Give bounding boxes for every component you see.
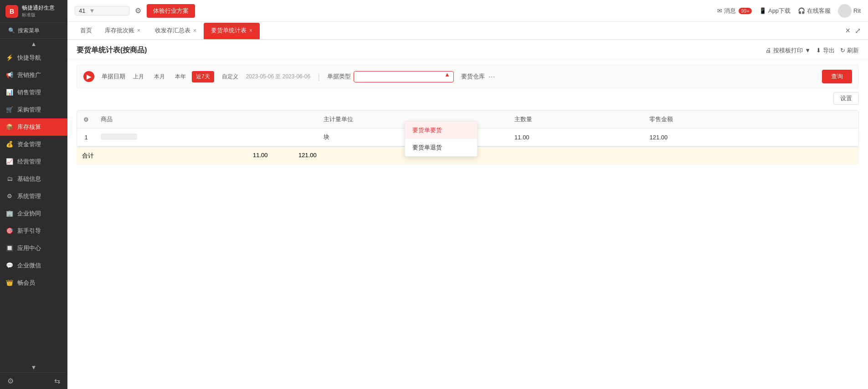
sidebar-item-guide[interactable]: 🎯 新手引导: [0, 222, 67, 240]
sidebar-scroll-down[interactable]: ▼: [0, 362, 67, 373]
tab-receive-summary[interactable]: 收发存汇总表 ×: [148, 23, 204, 39]
period-custom[interactable]: 自定义: [218, 71, 242, 82]
filter-period-buttons: 上月 本月 本年 近7天: [129, 71, 214, 82]
page-title: 要货单统计表(按商品): [77, 46, 147, 55]
sidebar-item-system[interactable]: ⚙ 系统管理: [0, 188, 67, 205]
sidebar-item-purchase[interactable]: 🛒 采购管理: [0, 101, 67, 118]
tab-close-icon[interactable]: ×: [249, 27, 252, 34]
purchase-icon: 🛒: [5, 106, 14, 114]
sidebar-item-label: 基础信息: [17, 175, 41, 183]
guide-icon: 🎯: [5, 227, 14, 235]
sidebar-settings-icon[interactable]: ⚙: [7, 377, 14, 385]
footer-label: 合计: [82, 152, 253, 160]
support-action[interactable]: 🎧 在线客服: [798, 7, 831, 15]
print-button[interactable]: 🖨 按模板打印 ▼: [765, 46, 811, 55]
col-header-settings[interactable]: ⚙: [77, 111, 95, 128]
operations-icon: 📈: [5, 158, 14, 166]
download-icon: 📱: [759, 7, 766, 14]
sidebar-item-label: 采购管理: [17, 106, 41, 114]
order-type-input-wrapper: ▲: [354, 71, 454, 82]
filter-bar: ▶ 单据日期 上月 本月 本年 近7天 自定义 2023-05-06 至 202…: [77, 65, 859, 88]
sidebar-item-label: 企业微信: [17, 261, 41, 270]
user-profile[interactable]: Rit: [838, 4, 861, 18]
cell-quantity: 11.00: [509, 128, 644, 146]
enterprise-icon: 🏢: [5, 210, 14, 218]
sidebar-item-appstore[interactable]: 🔲 应用中心: [0, 240, 67, 257]
filter-date-group: 单据日期 上月 本月 本年 近7天 自定义 2023-05-06 至 2023-…: [102, 71, 310, 82]
tab-inventory-batch[interactable]: 库存批次账 ×: [98, 23, 148, 39]
export-label: 导出: [823, 46, 835, 55]
sidebar-item-label: 资金管理: [17, 140, 41, 148]
selector-value: 41: [79, 7, 85, 14]
sidebar-item-marketing[interactable]: 📢 营销推广: [0, 67, 67, 84]
sidebar-search[interactable]: 🔍 搜索菜单: [0, 23, 67, 39]
tab-close-icon[interactable]: ×: [193, 27, 196, 34]
window-maximize-icon[interactable]: ⤢: [855, 26, 861, 35]
marketing-icon: 📢: [5, 71, 14, 79]
period-this-year[interactable]: 本年: [171, 71, 190, 82]
finance-icon: 💰: [5, 140, 14, 148]
filter-order-type-label: 单据类型: [327, 72, 351, 81]
period-last-month[interactable]: 上月: [129, 71, 148, 82]
period-this-month[interactable]: 本月: [150, 71, 169, 82]
print-icon: 🖨: [765, 47, 771, 54]
refresh-button[interactable]: ↻ 刷新: [840, 46, 859, 55]
account-selector[interactable]: 41 ▼: [75, 6, 129, 15]
cell-index: 1: [77, 128, 95, 146]
messages-badge: 99+: [739, 8, 752, 14]
page-actions: 🖨 按模板打印 ▼ ⬇ 导出 ↻ 刷新: [765, 46, 859, 55]
topbar-left: 41 ▼ ⚙ 体验行业方案: [75, 4, 717, 18]
sidebar-item-enterprise[interactable]: 🏢 企业协同: [0, 205, 67, 222]
app-download-action[interactable]: 📱 App下载: [759, 7, 791, 15]
sidebar-item-label: 销售管理: [17, 88, 41, 97]
appstore-icon: 🔲: [5, 244, 14, 252]
basic-icon: 🗂: [5, 175, 14, 183]
col-header-product: 商品: [95, 111, 318, 128]
dropdown-item-order-goods[interactable]: 要货单要货: [405, 122, 477, 139]
tab-label: 库存批次账: [105, 26, 134, 35]
filter-warehouse-label: 要货仓库: [461, 72, 485, 81]
export-icon: ⬇: [816, 47, 821, 54]
chevron-down-icon: ▼: [89, 7, 95, 14]
chevron-down-icon: ▼: [805, 47, 811, 54]
sidebar-item-operations[interactable]: 📈 经营管理: [0, 153, 67, 170]
messages-action[interactable]: ✉ 消息 99+: [717, 7, 752, 15]
sidebar-item-label: 快捷导航: [17, 54, 41, 62]
app-download-label: App下载: [768, 7, 791, 15]
export-button[interactable]: ⬇ 导出: [816, 46, 835, 55]
tab-label: 收发存汇总表: [155, 26, 190, 35]
query-button[interactable]: 查询: [822, 70, 852, 83]
avatar: [838, 4, 852, 18]
filter-expand-button[interactable]: ▶: [83, 71, 94, 82]
sidebar-scroll-up[interactable]: ▲: [0, 39, 67, 49]
quick-nav-icon: ⚡: [5, 54, 14, 62]
tab-home[interactable]: 首页: [75, 23, 98, 39]
sidebar-item-label: 营销推广: [17, 71, 41, 79]
headset-icon: 🎧: [798, 7, 805, 14]
inventory-icon: 📦: [5, 123, 14, 131]
sidebar-item-member[interactable]: 👑 畅会员: [0, 274, 67, 292]
order-type-input[interactable]: [354, 71, 454, 82]
system-icon: ⚙: [5, 192, 14, 200]
sidebar-item-quick-nav[interactable]: ⚡ 快捷导航: [0, 49, 67, 67]
dropdown-item-return-goods[interactable]: 要货单退货: [405, 139, 477, 156]
industry-solution-button[interactable]: 体验行业方案: [147, 4, 195, 18]
window-close-icon[interactable]: ×: [845, 26, 850, 36]
search-label: 搜索菜单: [18, 27, 40, 35]
filter-warehouse-group: 要货仓库 ···: [461, 72, 495, 82]
tab-close-icon[interactable]: ×: [137, 27, 140, 34]
topbar-settings-button[interactable]: ⚙: [133, 5, 143, 17]
filter-more-icon[interactable]: ···: [488, 72, 495, 82]
table-settings-button[interactable]: 设置: [833, 92, 859, 105]
main-area: 41 ▼ ⚙ 体验行业方案 ✉ 消息 99+ 📱 App下载 🎧 在线客服 R: [67, 0, 868, 389]
sidebar-item-sales[interactable]: 📊 销售管理: [0, 84, 67, 101]
period-last-7-days[interactable]: 近7天: [192, 71, 214, 82]
footer-amount: 121.00: [298, 152, 344, 160]
sidebar-item-finance[interactable]: 💰 资金管理: [0, 136, 67, 153]
sidebar-item-wechat[interactable]: 💬 企业微信: [0, 257, 67, 274]
search-icon: 🔍: [8, 27, 15, 34]
sidebar-item-inventory[interactable]: 📦 库存核算: [0, 118, 67, 136]
tab-order-summary[interactable]: 要货单统计表 ×: [204, 23, 260, 39]
sidebar-collapse-icon[interactable]: ⇆: [54, 377, 60, 385]
sidebar-item-basic[interactable]: 🗂 基础信息: [0, 170, 67, 188]
